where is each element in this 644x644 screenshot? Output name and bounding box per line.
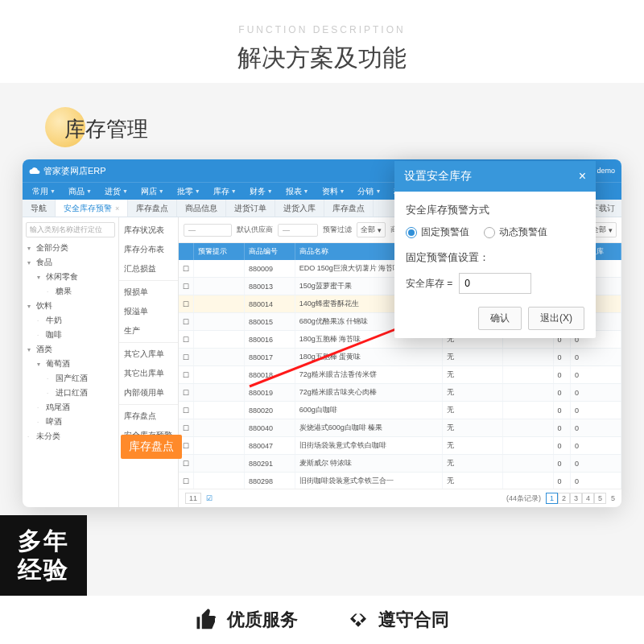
table-row[interactable]: ☐ 880047旧街场袋装意式拿铁白咖啡无00 [179,437,621,455]
menu-item[interactable]: 网店▼ [134,186,171,197]
sub-tab[interactable]: 商品信息 [177,200,226,217]
table-header[interactable]: 预警提示 [194,243,245,260]
warn-filter-select[interactable]: 全部▾ [357,222,386,237]
sub-tab[interactable]: 进货入库 [275,200,324,217]
checkbox[interactable]: ☐ [183,442,189,450]
pager-page[interactable]: 1 [546,493,558,504]
checkbox[interactable]: ☐ [183,300,189,308]
menu-item[interactable]: 分销▼ [351,186,387,197]
tab-nav[interactable]: 导航 [23,200,56,217]
category-sidebar: 输入类别名称进行定位 全部分类 食品休闲零食糖果饮料牛奶咖啡酒类葡萄酒国产红酒进… [23,217,119,507]
table-row[interactable]: ☐ 880298旧街咖啡袋装意式拿铁三合一无00 [179,473,621,489]
tree-node[interactable]: 啤酒 [26,415,115,429]
modal-group-label: 安全库存预警方式 [406,203,584,217]
tree-node[interactable]: 糖果 [26,284,115,299]
pager-total: 5 [611,494,615,502]
checkbox[interactable]: ☐ [183,283,189,291]
tree-node[interactable]: 进口红酒 [26,386,115,400]
checkbox[interactable]: ☐ [183,265,189,273]
tree-node[interactable]: 国产红酒 [26,371,115,386]
chevron-down-icon: ▼ [231,188,237,194]
tree-node[interactable]: 食品 [26,255,115,270]
submenu-item[interactable]: 库存分布表 [119,240,178,259]
category-search-input[interactable]: 输入类别名称进行定位 [26,222,115,237]
table-row[interactable]: ☐ 88001972g糙米眼古味夹心肉棒无00 [179,384,621,402]
hero-subtitle: FUNCTION DESCRIPTION [0,24,644,35]
submenu-item[interactable]: 报损单 [119,283,178,302]
pager-page[interactable]: 2 [558,493,570,504]
section-label-text: 库存管理 [64,117,148,141]
tree-node[interactable]: 鸡尾酒 [26,400,115,415]
radio-fixed-threshold[interactable]: 固定预警值 [406,225,469,239]
brand-text: 管家婆网店ERP [43,165,106,177]
checkbox[interactable]: ☐ [183,424,189,432]
cloud-icon [29,165,40,176]
submenu-item[interactable]: 其它出库单 [119,364,178,383]
tree-node[interactable]: 葡萄酒 [26,357,115,371]
sub-tab[interactable]: 进货订单 [226,200,275,217]
table-row[interactable]: ☐ 88001872g糙米眼古法香传米饼无00 [179,366,621,384]
table-header[interactable] [179,243,194,260]
tree-node[interactable]: 酒类 [26,342,115,357]
menu-item[interactable]: 商品▼ [62,186,98,197]
fixed-set-label: 固定预警值设置： [406,250,584,265]
table-header[interactable]: 商品编号 [244,243,295,260]
menu-item[interactable]: 财务▼ [243,186,279,197]
tree-node[interactable]: 咖啡 [26,328,115,342]
menu-item[interactable]: 常用▼ [26,186,62,197]
submenu-item[interactable]: 库存盘点 [119,407,178,426]
tree-root[interactable]: 全部分类 [26,241,115,255]
exit-button[interactable]: 退出(X) [528,307,584,330]
warn-filter-label: 预警过滤 [323,225,352,235]
checkbox[interactable]: ☐ [183,336,189,344]
checkbox[interactable]: ☐ [183,353,189,361]
inventory-submenu: 库存状况表库存分布表汇总损益报损单报溢单生产其它入库单其它出库单内部领用单库存盘… [119,217,179,507]
checkbox[interactable]: ☐ [183,407,189,415]
tree-node[interactable]: 未分类 [26,429,115,444]
checkbox[interactable]: ☐ [183,371,189,379]
tab-active-safety-stock[interactable]: 安全库存预警× [56,200,128,217]
close-icon[interactable]: × [579,169,586,184]
filter-field-1[interactable]: — [184,224,232,237]
chevron-down-icon: ▼ [303,188,309,194]
menu-item[interactable]: 资料▼ [316,186,352,197]
checkbox[interactable]: ☐ [183,477,189,485]
submenu-item[interactable]: 汇总损益 [119,259,178,279]
submenu-item[interactable]: 内部领用单 [119,383,178,402]
tree-node[interactable]: 饮料 [26,299,115,313]
menu-item[interactable]: 批零▼ [171,186,207,197]
menu-item[interactable]: 报表▼ [279,186,316,197]
checkbox[interactable]: ☐ [183,389,189,397]
callout-tag-inventory-check: 库存盘点 [121,435,182,459]
tree-node[interactable]: 牛奶 [26,313,115,328]
safety-stock-input[interactable] [459,273,531,294]
tree-node[interactable]: 休闲零食 [26,270,115,284]
pager-check-11[interactable]: 11 [185,493,201,504]
radio-dynamic-threshold[interactable]: 动态预警值 [484,225,547,239]
submenu-item[interactable]: 库存状况表 [119,221,178,240]
table-row[interactable]: ☐ 880017180g五胞棒 蛋黄味无00 [179,349,621,366]
submenu-item[interactable]: 报溢单 [119,302,178,321]
pager-page[interactable]: 3 [570,493,582,504]
checkbox[interactable]: ☐ [183,460,189,468]
pager-page[interactable]: 4 [582,493,594,504]
submenu-item[interactable]: 生产 [119,321,178,341]
default-supplier-label: 默认供应商 [237,225,273,235]
submenu-item[interactable]: 其它入库单 [119,345,178,364]
record-count: (44条记录) [506,493,541,504]
sub-tab[interactable]: 库存盘点 [324,200,374,217]
table-row[interactable]: ☐ 880020600g白咖啡无00 [179,402,621,419]
menu-item[interactable]: 库存▼ [207,186,243,197]
close-icon[interactable]: × [115,204,119,213]
sub-tab[interactable]: 库存盘点 [128,200,177,217]
handshake-icon [346,608,370,632]
menu-item[interactable]: 进货▼ [98,186,134,197]
table-row[interactable]: ☐ 880040炭烧港式600g白咖啡 榛果无00 [179,419,621,437]
footer-quality-service: 优质服务 [195,608,298,632]
confirm-button[interactable]: 确认 [478,307,522,330]
table-row[interactable]: ☐ 880291麦斯威尔 特浓味无00 [179,455,621,473]
default-supplier-input[interactable]: — [278,224,318,237]
modal-header: 设置安全库存 × [394,161,596,192]
pager-page[interactable]: 5 [594,493,606,504]
checkbox[interactable]: ☐ [183,318,189,326]
